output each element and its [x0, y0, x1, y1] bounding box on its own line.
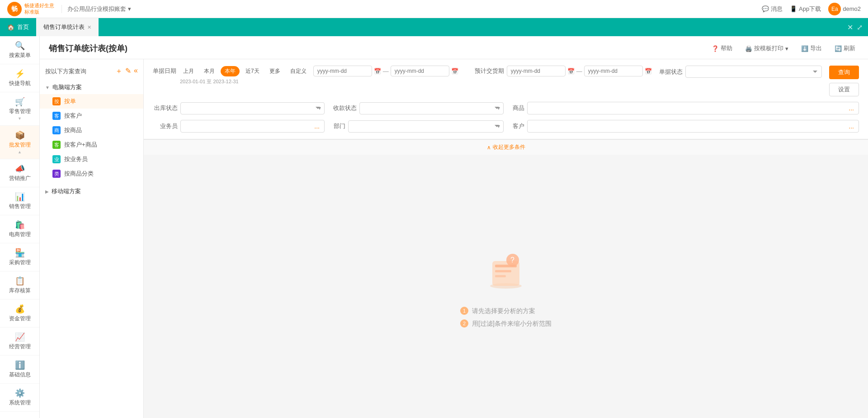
goods-more-icon[interactable]: ... — [849, 104, 854, 112]
help-icon: ❓ — [712, 45, 719, 52]
message-icon: 💬 — [762, 5, 769, 12]
date-shortcut-custom[interactable]: 自定义 — [286, 66, 311, 76]
by-order-icon: 按 — [52, 97, 61, 105]
payment-status-select-wrapper: ▾ — [359, 102, 504, 114]
expand-mobile-icon: ▶ — [45, 189, 49, 194]
sidebar-item-retail[interactable]: 🛒 零售管理 ▼ — [0, 92, 39, 126]
enterprise-icon: 🤝 — [15, 416, 25, 418]
scheme-item-by-salesperson[interactable]: 业 按业务员 — [40, 152, 143, 166]
by-customer-goods-icon: 客 — [52, 141, 61, 149]
print-dropdown-icon: ▾ — [785, 45, 788, 52]
date-to-calendar-icon[interactable]: 📅 — [451, 68, 458, 75]
department-select-wrapper: ▾ — [348, 120, 504, 133]
tab-sales-order-stats[interactable]: 销售订单统计表 ✕ — [36, 18, 99, 36]
scheme-item-by-goods-category[interactable]: 类 按商品分类 — [40, 166, 143, 181]
department-select[interactable] — [348, 120, 504, 133]
search-button[interactable]: 查询 — [829, 66, 859, 79]
sidebar: 🔍 搜索菜单 ⚡ 快捷导航 🛒 零售管理 ▼ 📦 批发管理 ▲ 📣 营销推广 📊… — [0, 36, 40, 418]
sidebar-item-operation[interactable]: 📈 经营管理 — [0, 328, 39, 356]
date-from-input[interactable] — [313, 66, 372, 76]
sidebar-item-ecommerce[interactable]: 🛍️ 电商管理 — [0, 215, 39, 243]
sidebar-item-marketing[interactable]: 📣 营销推广 — [0, 159, 39, 187]
maximize-btn[interactable]: ⤢ — [857, 23, 863, 32]
shipment-status-select[interactable] — [180, 102, 325, 114]
sidebar-item-finance[interactable]: 💰 资金管理 — [0, 299, 39, 328]
filter-row-2: 出库状态 ▾ 收款状态 — [153, 102, 859, 114]
edit-scheme-button[interactable]: ✎ — [125, 66, 131, 76]
sidebar-item-system[interactable]: ⚙️ 系统管理 — [0, 384, 39, 412]
scheme-group-desktop: ▼ 电脑端方案 按 按单 客 按客户 商 按商品 — [40, 79, 143, 183]
collapse-bar[interactable]: ∧ 收起更多条件 — [144, 139, 868, 155]
by-salesperson-icon: 业 — [52, 155, 61, 163]
user-menu[interactable]: Ea demo2 — [828, 3, 861, 15]
svg-rect-4 — [495, 275, 506, 277]
avatar: Ea — [828, 3, 841, 15]
tab-home[interactable]: 🏠 首页 — [0, 18, 36, 36]
sidebar-item-purchase[interactable]: 🏪 采购管理 — [0, 243, 39, 271]
tab-bar: 🏠 首页 销售订单统计表 ✕ ✕ ⤢ — [0, 18, 868, 36]
order-status-select[interactable] — [685, 66, 822, 78]
close-tab-btn[interactable]: ✕ — [847, 23, 853, 32]
app-download-button[interactable]: 📱 App下载 — [790, 5, 821, 13]
expected-date-from-input[interactable] — [507, 66, 566, 76]
date-shortcut-more[interactable]: 更多 — [265, 66, 284, 76]
right-panel: 单据日期 上月 本月 本年 近7天 更多 自定义 — [144, 59, 868, 418]
help-button[interactable]: ❓ 帮助 — [708, 43, 736, 54]
sidebar-item-basic-info[interactable]: ℹ️ 基础信息 — [0, 356, 39, 384]
logo-icon: 畅 — [7, 2, 22, 16]
date-shortcuts: 上月 本月 本年 近7天 更多 自定义 — [179, 66, 311, 76]
sidebar-item-sales[interactable]: 📊 销售管理 — [0, 187, 39, 215]
by-goods-category-icon: 类 — [52, 170, 61, 178]
salesperson-input-wrapper[interactable]: ... — [180, 120, 325, 133]
expected-delivery-label: 预计交货期 — [475, 67, 504, 75]
shipment-status-select-wrapper: ▾ — [180, 102, 325, 114]
sidebar-item-wholesale[interactable]: 📦 批发管理 ▲ — [0, 126, 39, 159]
date-shortcut-last-month[interactable]: 上月 — [179, 66, 198, 76]
salesperson-more-icon[interactable]: ... — [314, 123, 320, 130]
action-buttons: 查询 设置 — [829, 66, 859, 96]
date-from-calendar-icon[interactable]: 📅 — [374, 68, 381, 75]
setting-button[interactable]: 设置 — [829, 83, 859, 96]
expected-date-to-calendar-icon[interactable]: 📅 — [645, 68, 652, 75]
date-range-display: 2023-01-01 至 2023-12-31 — [153, 78, 458, 85]
date-shortcut-this-month[interactable]: 本月 — [200, 66, 219, 76]
print-icon: 🖨️ — [745, 45, 752, 52]
expected-delivery-inputs: 📅 — 📅 — [507, 66, 652, 76]
expected-date-to-input[interactable] — [584, 66, 643, 76]
sidebar-item-quick-nav[interactable]: ⚡ 快捷导航 — [0, 64, 39, 92]
refresh-button[interactable]: 🔄 刷新 — [831, 43, 859, 54]
empty-tips: 1 请先选择要分析的方案 2 用[过滤]条件来缩小分析范围 — [460, 304, 552, 330]
scheme-item-by-goods[interactable]: 商 按商品 — [40, 123, 143, 138]
scheme-item-by-customer-goods[interactable]: 客 按客户+商品 — [40, 138, 143, 152]
add-scheme-button[interactable]: ＋ — [115, 66, 123, 76]
download-icon: 📱 — [790, 5, 797, 12]
top-bar-left: 畅 畅捷通好生意 标准版 办公用品行业模拟账套 ▾ — [7, 2, 137, 16]
sidebar-item-inventory[interactable]: 📋 库存核算 — [0, 271, 39, 299]
customer-input-wrapper[interactable]: ... — [527, 120, 859, 133]
export-button[interactable]: ⬇️ 导出 — [797, 43, 826, 54]
sidebar-item-enterprise[interactable]: 🤝 企业协同 — [0, 412, 39, 418]
collapse-panel-button[interactable]: « — [134, 66, 138, 76]
tab-close-icon[interactable]: ✕ — [87, 24, 91, 30]
app-selector[interactable]: 办公用品行业模拟账套 ▾ — [61, 5, 137, 13]
expected-date-from-calendar-icon[interactable]: 📅 — [567, 68, 575, 75]
payment-status-select[interactable] — [359, 102, 504, 114]
date-shortcut-this-year[interactable]: 本年 — [221, 66, 240, 76]
date-range-inputs: 📅 — 📅 — [313, 66, 458, 76]
department-group: 部门 ▾ — [332, 120, 504, 133]
order-status-select-wrapper — [685, 66, 822, 78]
message-button[interactable]: 💬 消息 — [762, 5, 783, 13]
page-header: 销售订单统计表(按单) ❓ 帮助 🖨️ 按模板打印 ▾ ⬇️ 导出 🔄 刷新 — [40, 36, 868, 59]
scheme-group-desktop-header[interactable]: ▼ 电脑端方案 — [40, 81, 143, 94]
sidebar-item-search-menu[interactable]: 🔍 搜索菜单 — [0, 36, 39, 64]
scheme-item-by-customer[interactable]: 客 按客户 — [40, 109, 143, 123]
left-panel-header: 按以下方案查询 ＋ ✎ « — [40, 64, 143, 79]
goods-group: 商品 ... — [511, 102, 859, 114]
date-to-input[interactable] — [391, 66, 449, 76]
date-shortcut-7days[interactable]: 近7天 — [241, 66, 264, 76]
scheme-group-mobile-header[interactable]: ▶ 移动端方案 — [40, 185, 143, 198]
customer-more-icon[interactable]: ... — [849, 123, 854, 130]
template-print-button[interactable]: 🖨️ 按模板打印 ▾ — [741, 43, 792, 54]
goods-input-wrapper[interactable]: ... — [527, 102, 859, 114]
scheme-item-by-order[interactable]: 按 按单 — [40, 94, 143, 109]
